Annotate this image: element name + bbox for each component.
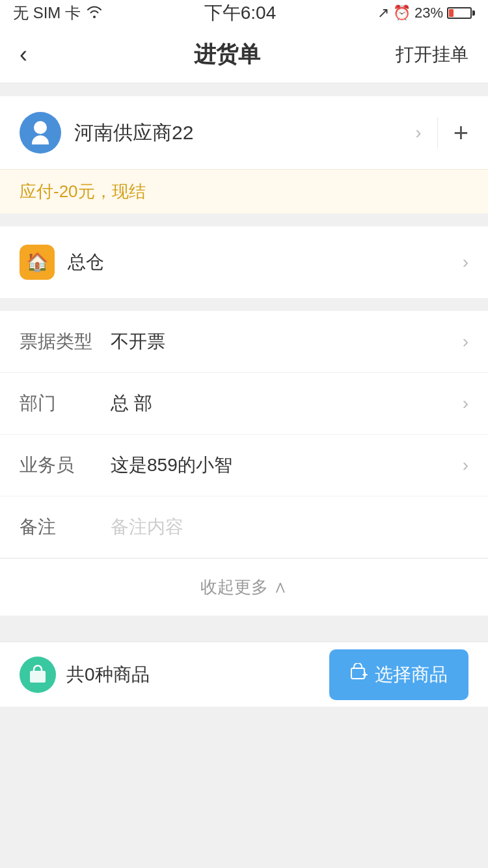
collapse-label: 收起更多 ∧ <box>200 576 287 599</box>
warehouse-value: 总仓 <box>68 250 463 275</box>
svg-rect-1 <box>351 668 364 679</box>
select-goods-label: 选择商品 <box>375 662 448 687</box>
supplier-chevron-icon: › <box>415 122 421 143</box>
section-gap-4 <box>0 616 488 629</box>
wifi-icon <box>86 4 103 22</box>
warehouse-section: 🏠 总仓 › <box>0 226 488 298</box>
select-goods-icon <box>350 663 368 686</box>
salesperson-chevron-icon: › <box>463 455 468 476</box>
warehouse-row[interactable]: 🏠 总仓 › <box>0 226 488 298</box>
remark-label: 备注 <box>20 515 111 539</box>
notice-bar: 应付-20元，现结 <box>0 169 488 213</box>
dept-row[interactable]: 部门 总 部 › <box>0 373 488 435</box>
supplier-row[interactable]: 河南供应商22 › + <box>0 96 488 169</box>
salesperson-value: 这是859的小智 <box>111 453 463 478</box>
supplier-name: 河南供应商22 <box>74 120 415 146</box>
salesperson-label: 业务员 <box>20 453 111 478</box>
invoice-row[interactable]: 票据类型 不开票 › <box>0 311 488 373</box>
warehouse-icon: 🏠 <box>20 245 55 280</box>
supplier-avatar <box>20 112 61 154</box>
avatar-person-icon <box>32 121 49 144</box>
add-button[interactable]: + <box>454 120 468 146</box>
home-icon: 🏠 <box>26 253 49 271</box>
collapse-button[interactable]: 收起更多 ∧ <box>0 558 488 616</box>
status-right: ↗ ⏰ 23% <box>377 5 475 21</box>
open-pending-button[interactable]: 打开挂单 <box>396 42 468 67</box>
invoice-label: 票据类型 <box>20 329 111 354</box>
dept-value: 总 部 <box>111 391 463 416</box>
svg-rect-0 <box>30 671 46 683</box>
salesperson-row[interactable]: 业务员 这是859的小智 › <box>0 435 488 496</box>
page-title: 进货单 <box>194 40 260 70</box>
remark-row[interactable]: 备注 备注内容 <box>0 496 488 558</box>
invoice-chevron-icon: › <box>463 331 468 352</box>
battery-pct: 23% <box>414 5 443 21</box>
warehouse-chevron-icon: › <box>463 252 468 273</box>
form-section: 票据类型 不开票 › 部门 总 部 › 业务员 这是859的小智 › 备注 备注… <box>0 311 488 616</box>
status-bar: 无 SIM 卡 下午6:04 ↗ ⏰ 23% <box>0 0 488 26</box>
supplier-section: 河南供应商22 › + 应付-20元，现结 <box>0 96 488 213</box>
remark-input[interactable]: 备注内容 <box>111 515 468 539</box>
invoice-value: 不开票 <box>111 329 463 354</box>
location-icon: ↗ <box>377 5 389 21</box>
back-button[interactable]: ‹ <box>20 41 59 68</box>
background-area <box>0 707 488 868</box>
status-time: 下午6:04 <box>204 1 277 25</box>
alarm-icon: ⏰ <box>393 5 411 21</box>
bottom-bar: 共0种商品 选择商品 <box>0 642 488 707</box>
vertical-divider <box>437 117 438 148</box>
section-gap-3 <box>0 298 488 311</box>
carrier-label: 无 SIM 卡 <box>13 3 81 23</box>
section-gap-2 <box>0 213 488 226</box>
status-left: 无 SIM 卡 <box>13 3 103 23</box>
product-count-label: 共0种商品 <box>66 662 329 687</box>
dept-chevron-icon: › <box>463 393 468 414</box>
battery-icon <box>447 7 475 19</box>
dept-label: 部门 <box>20 391 111 416</box>
nav-bar: ‹ 进货单 打开挂单 <box>0 26 488 83</box>
select-goods-button[interactable]: 选择商品 <box>329 649 468 700</box>
section-gap-1 <box>0 83 488 96</box>
product-icon <box>20 657 56 693</box>
notice-text: 应付-20元，现结 <box>20 182 146 201</box>
